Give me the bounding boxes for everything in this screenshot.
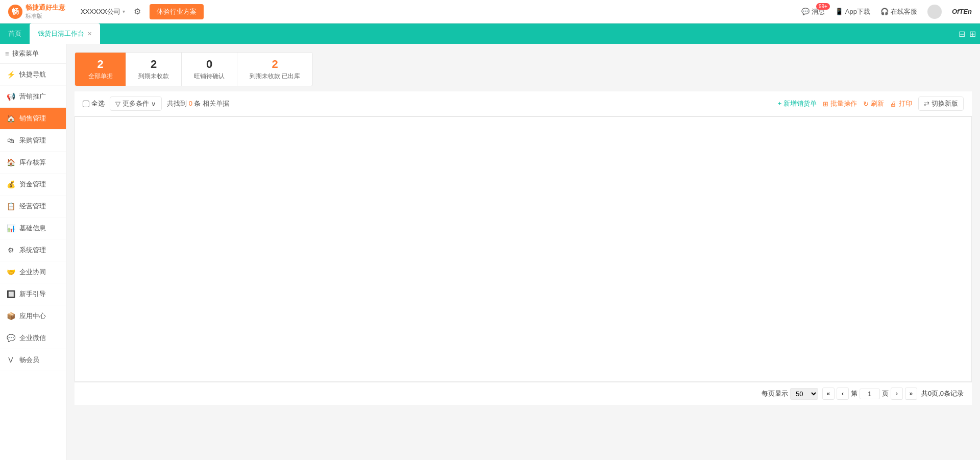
quick-nav-icon: ⚡ (6, 70, 15, 79)
marketing-icon: 📢 (6, 92, 15, 101)
total-records: 共0页,0条记录 (921, 389, 964, 398)
sidebar-item-operations[interactable]: 📋 经营管理 (0, 196, 66, 217)
batch-operation-button[interactable]: ⊞ 批量操作 (823, 99, 857, 108)
switch-icon: ⇄ (924, 100, 929, 108)
tab-bar: 首页 钱货日清工作台 ✕ ⊟ ⊞ (0, 23, 980, 44)
app-center-icon: 📦 (6, 311, 15, 321)
logo-area: 畅 畅捷通好生意 标准版 (8, 3, 65, 20)
sidebar-item-enterprise[interactable]: 🤝 企业协同 (0, 261, 66, 283)
maximize-icon[interactable]: ⊞ (969, 29, 976, 39)
sidebar-item-system[interactable]: ⚙ 系统管理 (0, 239, 66, 261)
company-selector[interactable]: XXXXXX公司 ▾ (81, 7, 125, 16)
wechat-icon: 💬 (6, 333, 15, 343)
header-left: 畅 畅捷通好生意 标准版 XXXXXX公司 ▾ ⚙ 体验行业方案 (8, 3, 204, 20)
tab-home[interactable]: 首页 (0, 23, 30, 44)
first-page-button[interactable]: « (822, 388, 835, 400)
sidebar-item-app-center[interactable]: 📦 应用中心 (0, 305, 66, 327)
sidebar-item-wechat[interactable]: 💬 企业微信 (0, 327, 66, 349)
found-text: 共找到 0 条 相关单据 (167, 99, 229, 108)
often-text: OfTEn (952, 8, 972, 15)
search-menu[interactable]: ≡ 搜索菜单 (0, 44, 66, 64)
settings-icon[interactable]: ⚙ (130, 5, 144, 19)
print-button[interactable]: 🖨 打印 (890, 99, 912, 108)
add-sale-order-button[interactable]: + 新增销货单 (778, 99, 817, 108)
enterprise-icon: 🤝 (6, 268, 15, 277)
service-icon: 🎧 (880, 8, 889, 15)
sidebar-item-marketing[interactable]: 📢 营销推广 (0, 86, 66, 108)
tab-workbench[interactable]: 钱货日清工作台 ✕ (30, 23, 100, 44)
message-icon: 💬 (801, 8, 810, 15)
search-icon: ≡ (5, 50, 9, 58)
member-icon: V (6, 355, 15, 365)
batch-icon: ⊞ (823, 100, 828, 108)
main-content: 2 全部单据 2 到期未收款 0 旺铺待确认 2 到期未收款 已出库 全选 ▽ … (66, 44, 980, 460)
sidebar-item-quick-nav[interactable]: ⚡ 快捷导航 (0, 64, 66, 86)
last-page-button[interactable]: » (905, 388, 917, 400)
system-icon: ⚙ (6, 246, 15, 255)
message-action[interactable]: 💬 消息 99+ (801, 7, 825, 16)
online-service-action[interactable]: 🎧 在线客服 (880, 7, 917, 16)
filter-icon: ▽ (115, 100, 120, 108)
sidebar-item-basic-info[interactable]: 📊 基础信息 (0, 217, 66, 239)
guide-icon: 🔲 (6, 289, 15, 299)
logo-icon: 畅 (8, 5, 22, 19)
select-all-checkbox[interactable]: 全选 (83, 99, 105, 108)
sidebar-item-guide[interactable]: 🔲 新手引导 (0, 283, 66, 305)
download-icon: 📱 (835, 8, 843, 15)
finance-icon: 💰 (6, 180, 15, 189)
toolbar-right: + 新增销货单 ⊞ 批量操作 ↻ 刷新 🖨 打印 ⇄ 切换新版 (778, 96, 964, 111)
page-size-select[interactable]: 50 100 (790, 388, 818, 400)
inventory-icon: 🏠 (6, 158, 15, 167)
basic-info-icon: 📊 (6, 224, 15, 233)
avatar[interactable] (927, 5, 942, 19)
header-right: 💬 消息 99+ 📱 App下载 🎧 在线客服 OfTEn (801, 5, 972, 19)
trial-button[interactable]: 体验行业方案 (150, 4, 204, 19)
toolbar: 全选 ▽ 更多条件 ∨ 共找到 0 条 相关单据 + 新增销货单 ⊞ 批量操作 … (75, 91, 972, 116)
sidebar-item-purchase[interactable]: 🛍 采购管理 (0, 130, 66, 152)
sidebar-item-finance[interactable]: 💰 资金管理 (0, 174, 66, 196)
toolbar-left: 全选 ▽ 更多条件 ∨ 共找到 0 条 相关单据 (83, 96, 772, 111)
pagination-nav: « ‹ 第 页 › » (822, 388, 917, 400)
refresh-button[interactable]: ↻ 刷新 (863, 99, 884, 108)
operations-icon: 📋 (6, 202, 15, 211)
content-area (75, 116, 972, 382)
stats-tabs: 2 全部单据 2 到期未收款 0 旺铺待确认 2 到期未收款 已出库 (75, 52, 313, 86)
sidebar-item-sales[interactable]: 🏠 销售管理 (0, 108, 66, 130)
sales-icon: 🏠 (6, 114, 15, 123)
minimize-icon[interactable]: ⊟ (959, 29, 965, 39)
print-icon: 🖨 (890, 100, 897, 108)
chevron-down-icon: ∨ (151, 100, 156, 108)
stat-tab-all[interactable]: 2 全部单据 (75, 53, 126, 86)
next-page-button[interactable]: › (891, 388, 903, 400)
app-download-action[interactable]: 📱 App下载 (835, 7, 870, 16)
purchase-icon: 🛍 (6, 136, 15, 145)
tab-bar-actions: ⊟ ⊞ (959, 29, 980, 39)
stat-tab-overdue[interactable]: 2 到期未收款 (126, 53, 182, 86)
stat-tab-wangpu[interactable]: 0 旺铺待确认 (182, 53, 237, 86)
chevron-down-icon: ▾ (122, 9, 125, 14)
refresh-icon: ↻ (863, 100, 869, 108)
sidebar: ≡ 搜索菜单 ⚡ 快捷导航 📢 营销推广 🏠 销售管理 🛍 采购管理 🏠 库存核… (0, 44, 66, 460)
more-filters-button[interactable]: ▽ 更多条件 ∨ (110, 96, 162, 111)
page-number-input[interactable] (860, 389, 880, 399)
close-icon[interactable]: ✕ (87, 31, 92, 37)
page-size-selector: 每页显示 50 100 (762, 388, 818, 400)
stat-tab-shipped[interactable]: 2 到期未收款 已出库 (237, 53, 312, 86)
sidebar-item-member[interactable]: V 畅会员 (0, 349, 66, 371)
message-badge: 99+ (816, 3, 830, 10)
pagination: 每页显示 50 100 « ‹ 第 页 › » 共0页,0条记录 (75, 382, 972, 405)
logo-text: 畅捷通好生意 标准版 (26, 3, 65, 20)
top-header: 畅 畅捷通好生意 标准版 XXXXXX公司 ▾ ⚙ 体验行业方案 💬 消息 99… (0, 0, 980, 23)
prev-page-button[interactable]: ‹ (837, 388, 849, 400)
sidebar-item-inventory[interactable]: 🏠 库存核算 (0, 152, 66, 174)
switch-version-button[interactable]: ⇄ 切换新版 (918, 96, 964, 111)
